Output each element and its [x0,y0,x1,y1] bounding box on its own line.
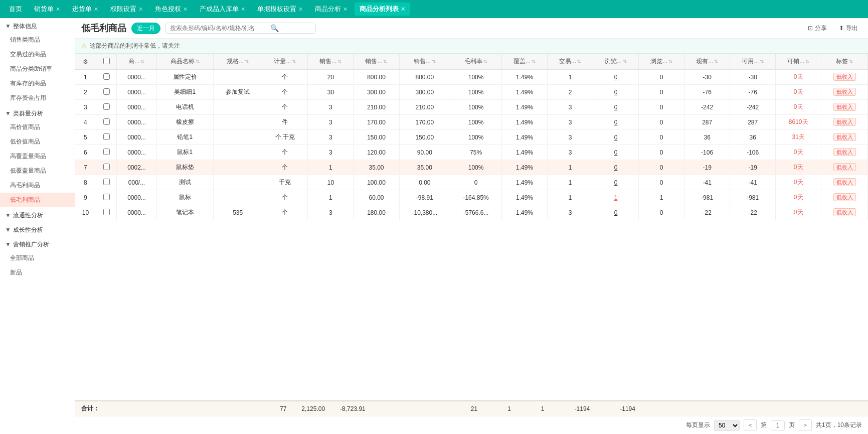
col-header-sales_amount[interactable]: 销售...⇅ [354,54,399,70]
tag-badge[interactable]: 低收入 [833,193,856,201]
sidebar-group-流通性分析[interactable]: ▼流通性分析 [0,207,75,222]
close-icon[interactable]: ✕ [183,6,188,12]
nav-item-商品分析列表[interactable]: 商品分析列表✕ [355,3,410,16]
row-checkbox[interactable] [103,73,110,80]
col-header-available[interactable]: 可用...⇅ [730,54,776,70]
sidebar-item-高覆盖量商品[interactable]: 高覆盖量商品 [0,149,75,164]
row-checkbox[interactable] [103,149,110,155]
link-cell[interactable]: 0 [614,134,618,141]
link-cell[interactable]: 0 [614,104,618,111]
cell-checkbox[interactable] [96,100,117,115]
cell-tag[interactable]: 低收入 [821,100,868,115]
sidebar-item-交易过的商品[interactable]: 交易过的商品 [0,47,75,62]
cell-checkbox[interactable] [96,145,117,160]
per-page-select[interactable]: 50 100 200 [714,420,740,431]
tag-badge[interactable]: 低收入 [833,118,856,126]
row-checkbox[interactable] [103,118,110,125]
sidebar-group-成长性分析[interactable]: ▼成长性分析 [0,222,75,236]
row-checkbox[interactable] [103,133,110,140]
col-header-name[interactable]: 商品名称⇅ [156,54,213,70]
search-input[interactable] [170,25,270,32]
tag-badge[interactable]: 低收入 [833,148,856,156]
col-header-current_stock[interactable]: 现有...⇅ [684,54,730,70]
share-btn[interactable]: ⊡ 分享 [804,23,831,34]
select-all-checkbox[interactable] [103,58,110,64]
nav-item-首页[interactable]: 首页 [4,3,27,16]
cell-checkbox[interactable] [96,115,117,130]
cell-view1[interactable]: 0 [593,160,639,175]
cell-tag[interactable]: 低收入 [821,205,868,220]
tag-badge[interactable]: 低收入 [833,73,856,81]
row-checkbox[interactable] [103,88,110,95]
cell-tag[interactable]: 低收入 [821,190,868,205]
tag-badge[interactable]: 低收入 [833,103,856,111]
link-cell[interactable]: 0 [614,209,618,216]
link-cell[interactable]: 0 [614,119,618,126]
col-header-gross_rate[interactable]: 毛利率⇅ [450,54,502,70]
nav-item-权限设置[interactable]: 权限设置✕ [105,3,148,16]
col-header-coverage[interactable]: 覆盖...⇅ [502,54,548,70]
cell-tag[interactable]: 低收入 [821,130,868,145]
nav-item-商品分析[interactable]: 商品分析✕ [310,3,353,16]
cell-view1[interactable]: 0 [593,85,639,100]
sidebar-group-类群量分析[interactable]: ▼类群量分析 [0,105,75,120]
cell-view1[interactable]: 1 [593,190,639,205]
cell-checkbox[interactable] [96,205,117,220]
cell-view1[interactable]: 0 [593,130,639,145]
cell-checkbox[interactable] [96,85,117,100]
sidebar-item-库存资金占用[interactable]: 库存资金占用 [0,91,75,105]
nav-item-产成品入库单[interactable]: 产成品入库单✕ [195,3,250,16]
nav-item-销货单[interactable]: 销货单✕ [29,3,65,16]
col-header-view1[interactable]: 浏览...⇅ [593,54,639,70]
cell-tag[interactable]: 低收入 [821,85,868,100]
cell-checkbox[interactable] [96,130,117,145]
cell-checkbox[interactable] [96,70,117,85]
cell-view1[interactable]: 0 [593,145,639,160]
link-cell[interactable]: 0 [614,149,618,156]
col-header-spec[interactable]: 规格...⇅ [214,54,262,70]
close-icon[interactable]: ✕ [56,6,60,12]
filter-recent-month-btn[interactable]: 近一月 [131,23,160,34]
sidebar-item-低价值商品[interactable]: 低价值商品 [0,134,75,149]
cell-view1[interactable]: 0 [593,70,639,85]
sidebar-group-营销推广分析[interactable]: ▼营销推广分析 [0,236,75,251]
close-icon[interactable]: ✕ [298,6,303,12]
prev-page-btn[interactable]: ＜ [744,419,757,431]
link-cell[interactable]: 0 [614,89,618,96]
tag-badge[interactable]: 低收入 [833,133,856,141]
search-icon[interactable]: 🔍 [270,24,279,32]
row-checkbox[interactable] [103,194,110,200]
cell-checkbox[interactable] [96,175,117,190]
sidebar-item-销售类商品[interactable]: 销售类商品 [0,33,75,47]
close-icon[interactable]: ✕ [94,6,98,12]
cell-view1[interactable]: 0 [593,175,639,190]
row-checkbox[interactable] [103,209,110,215]
row-checkbox[interactable] [103,103,110,110]
row-checkbox[interactable] [103,164,110,170]
sidebar-item-全部商品[interactable]: 全部商品 [0,251,75,265]
link-cell[interactable]: 0 [614,74,618,81]
cell-view1[interactable]: 0 [593,100,639,115]
sidebar-group-整体信息[interactable]: ▼整体信息 [0,18,75,33]
col-header-code[interactable]: 商...⇅ [117,54,156,70]
link-cell[interactable]: 0 [614,164,618,171]
cell-tag[interactable]: 低收入 [821,70,868,85]
sidebar-item-低覆盖量商品[interactable]: 低覆盖量商品 [0,164,75,178]
nav-item-进货单[interactable]: 进货单✕ [67,3,103,16]
cell-view1[interactable]: 0 [593,205,639,220]
col-header-checkbox[interactable] [96,54,117,70]
link-cell[interactable]: 1 [614,194,618,201]
cell-checkbox[interactable] [96,160,117,175]
close-icon[interactable]: ✕ [343,6,348,12]
nav-item-单据模板设置[interactable]: 单据模板设置✕ [252,3,308,16]
link-cell[interactable]: 0 [614,179,618,186]
col-header-sales_qty[interactable]: 销售...⇅ [308,54,354,70]
tag-badge[interactable]: 低收入 [833,208,856,216]
sidebar-item-商品分类助销率[interactable]: 商品分类助销率 [0,62,75,76]
cell-tag[interactable]: 低收入 [821,115,868,130]
col-header-unit[interactable]: 计量...⇅ [262,54,308,70]
sidebar-item-有库存的商品[interactable]: 有库存的商品 [0,76,75,91]
col-header-view2[interactable]: 浏览...⇅ [639,54,684,70]
col-header-sales_profit[interactable]: 销售...⇅ [399,54,450,70]
sidebar-item-低毛利商品[interactable]: 低毛利商品 [0,193,75,207]
